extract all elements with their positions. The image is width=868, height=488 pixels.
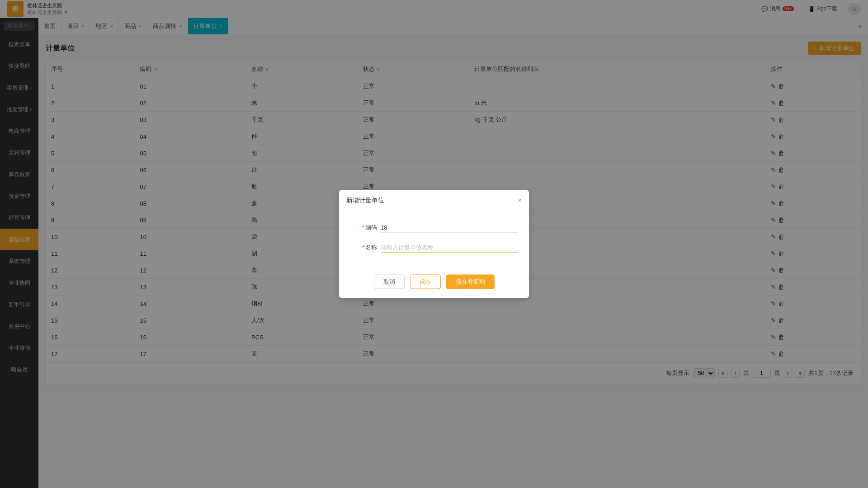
code-label: *编码 xyxy=(350,224,377,232)
code-input[interactable] xyxy=(381,222,518,233)
modal-close-btn[interactable]: × xyxy=(518,197,522,205)
save-button[interactable]: 保存 xyxy=(410,275,441,289)
modal-footer: 取消 保存 保存并新增 xyxy=(339,269,529,298)
save-and-new-button[interactable]: 保存并新增 xyxy=(446,275,495,289)
modal-title: 新增计量单位 xyxy=(346,197,384,205)
code-required-mark: * xyxy=(362,224,364,231)
cancel-button[interactable]: 取消 xyxy=(374,275,405,289)
modal-body: *编码 *名称 xyxy=(339,211,529,269)
add-unit-modal: 新增计量单位 × *编码 *名称 取消 保存 保存并新增 xyxy=(339,190,529,298)
modal-header: 新增计量单位 × xyxy=(339,190,529,211)
name-label: *名称 xyxy=(350,244,377,252)
name-form-row: *名称 xyxy=(350,242,518,253)
code-form-row: *编码 xyxy=(350,222,518,233)
name-required-mark: * xyxy=(362,244,364,251)
name-input[interactable] xyxy=(381,242,518,253)
